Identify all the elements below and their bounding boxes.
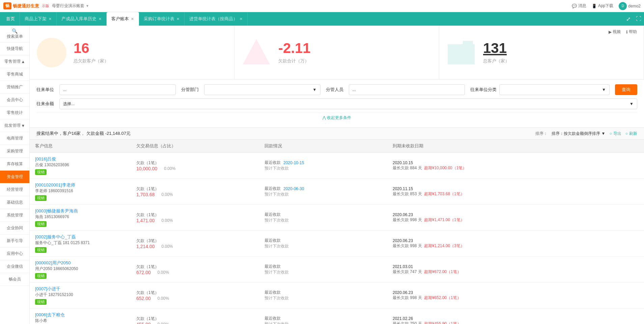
sidebar-item-marketing[interactable]: 营销推广: [0, 81, 29, 94]
view-btn[interactable]: ▶ 视频: [609, 29, 621, 35]
message-icon: 💬: [572, 4, 577, 8]
search-button[interactable]: 查询: [615, 84, 637, 95]
sidebar-item-search[interactable]: 🔍 搜索菜单: [0, 26, 29, 42]
tab-customer-account-close[interactable]: ✕: [131, 17, 134, 21]
overdue-days-0: 最长欠款 884 天: [393, 165, 422, 171]
debt-count-5: 欠款（1笔）: [136, 290, 254, 296]
table-container: 客户信息 欠交易信息（占比） 回款情况 到期未收款日期 [0016]吕俊 吕俊 …: [30, 140, 644, 324]
next-label-6: 预计下次收款: [264, 321, 382, 324]
sidebar-item-guide[interactable]: 新手引导: [0, 235, 29, 247]
results-amount: 欠款金额 -21,148.07元: [86, 131, 131, 136]
dept-select[interactable]: ▼: [204, 84, 320, 95]
overdue-amount-2[interactable]: 超期¥1,471.00（1笔）: [424, 217, 465, 223]
overdue-days-1: 最长欠款 853 天: [393, 191, 422, 197]
dept-label: 分管部门: [181, 87, 201, 93]
balance-select[interactable]: 选择... ▼: [59, 98, 637, 109]
brand-sub: 示版: [42, 3, 49, 8]
filter-area: 往来单位 ... 分管部门 ▼ 分管人员 ...: [30, 80, 644, 128]
unit-class-label: 往来单位分类: [470, 87, 497, 93]
customer-link-3[interactable]: [0002]服务中心_丁磊: [35, 234, 76, 239]
tab-goods[interactable]: 商品上下架 ✕: [20, 12, 57, 26]
sidebar-item-business[interactable]: 经营管理: [0, 183, 29, 196]
sort-select[interactable]: 排序：按欠款金额倒序排序 ▼: [552, 131, 606, 137]
stat-icon-2: [241, 37, 272, 68]
sidebar-item-member[interactable]: 会员中心: [0, 94, 29, 107]
overdue-amount-5[interactable]: 超期¥652.00（1笔）: [424, 295, 461, 301]
cell-debt-info-3: 欠款（3笔） 1,214.00 0.00%: [131, 231, 259, 257]
recent-label-6: 最近收款: [264, 316, 281, 321]
sidebar-item-basic-info[interactable]: 基础信息: [0, 196, 29, 209]
col-due-date: 到期未收款日期: [387, 140, 644, 153]
tab-home[interactable]: 首页: [1, 12, 20, 26]
tab-bar: 首页 商品上下架 ✕ 产成品入库单历史 ✕ 客户账本 ✕ 采购订单统计表 ✕ 进…: [0, 12, 644, 26]
customer-link-6[interactable]: [0006]去下粮仓: [35, 312, 65, 317]
filter-collapse-btn[interactable]: ⋀ 收起更多条件: [36, 113, 637, 123]
tab-product-history-close[interactable]: ✕: [99, 17, 102, 21]
sidebar-item-wechat[interactable]: 企业微信: [0, 260, 29, 273]
cell-due-date-2: 2020.06.23 最长欠款 998 天 超期¥1,471.00（1笔）: [387, 205, 644, 231]
customer-link-2[interactable]: [0003]畅捷服务尹海燕: [35, 208, 78, 213]
sidebar-item-retail-stats[interactable]: 零售统计: [0, 107, 29, 119]
customer-link-0[interactable]: [0016]吕俊: [35, 156, 56, 161]
sidebar-item-purchase[interactable]: 采购管理: [0, 145, 29, 158]
tab-product-history[interactable]: 产成品入库单历史 ✕: [57, 12, 107, 26]
message-btn[interactable]: 💬 消息: [572, 3, 586, 9]
sidebar-item-finance[interactable]: 资金管理: [0, 171, 29, 183]
tab-stock-stats-close[interactable]: ✕: [240, 17, 243, 21]
overdue-days-2: 最长欠款 998 天: [393, 217, 422, 223]
tab-fullscreen-btn[interactable]: ⛶: [635, 14, 643, 23]
stat-card-total-customers: 131 总客户（家） ▶ 视频 ℹ 帮助: [439, 26, 644, 79]
brand-logo: 畅 畅捷通好生意: [3, 2, 39, 9]
tab-restore-btn[interactable]: ⤢: [625, 14, 632, 24]
due-date-6: 2021.02.26: [393, 316, 639, 321]
stat-debt-customers-label: 总欠款客户（家）: [74, 58, 109, 64]
tab-purchase-order-close[interactable]: ✕: [176, 17, 179, 21]
store-selector[interactable]: 母婴行业演示账套 ▼: [52, 3, 89, 9]
sidebar-item-inventory[interactable]: 库存核算: [0, 158, 29, 171]
sidebar-item-vip[interactable]: 畅会员: [0, 273, 29, 286]
from-unit-dots: ...: [63, 87, 66, 92]
sort-dropdown-icon: ▼: [601, 131, 606, 136]
customer-link-5[interactable]: [0007]小进千: [35, 286, 60, 291]
filter-dept: 分管部门 ▼: [181, 84, 320, 95]
sidebar-item-enterprise-coop[interactable]: 企业协同: [0, 222, 29, 235]
person-input[interactable]: ...: [349, 84, 465, 95]
sidebar-item-ecommerce[interactable]: 电商管理: [0, 132, 29, 145]
overdue-amount-1[interactable]: 超期¥1,703.68（1笔）: [424, 191, 465, 197]
unit-class-select[interactable]: ▼: [499, 84, 610, 95]
filter-from-unit: 往来单位 ...: [36, 84, 176, 95]
tab-purchase-order[interactable]: 采购订单统计表 ✕: [139, 12, 185, 26]
help-btn[interactable]: ℹ 帮助: [626, 29, 637, 35]
sidebar-item-app-center[interactable]: 应用中心: [0, 247, 29, 260]
cell-debt-info-5: 欠款（1笔） 652.00 0.00%: [131, 283, 259, 308]
customer-phone-2: 海燕 18513066976: [35, 214, 125, 220]
debt-amount-0: 10,000.00: [136, 166, 157, 171]
debt-count-4: 欠款（1笔）: [136, 264, 254, 270]
overdue-amount-6[interactable]: 超期¥455.90（1笔）: [424, 321, 461, 324]
customer-phone-1: 李老师 18600391516: [35, 188, 125, 194]
app-download-btn[interactable]: 📱 App下载: [592, 3, 613, 9]
sidebar-item-quick-nav[interactable]: 快捷导航: [0, 42, 29, 55]
overdue-amount-0[interactable]: 超期¥10,000.00（1笔）: [424, 165, 467, 171]
overdue-amount-3[interactable]: 超期¥1,214.00（3笔）: [424, 243, 465, 249]
refresh-btn[interactable]: ○ 刷新: [625, 131, 637, 137]
overdue-amount-4[interactable]: 超期¥672.00（1笔）: [424, 269, 461, 275]
sidebar-item-batch-mgmt[interactable]: 批发管理 ▼: [0, 119, 29, 132]
sidebar-item-retail-store[interactable]: 零售商城: [0, 68, 29, 81]
tab-stock-stats[interactable]: 进货单统计表（按商品） ✕: [185, 12, 248, 26]
overdue-days-3: 最长欠款 998 天: [393, 243, 422, 249]
cell-due-date-5: 2020.06.23 最长欠款 998 天 超期¥652.00（1笔）: [387, 283, 644, 308]
sidebar-item-retail-mgmt[interactable]: 零售管理 ▲: [0, 55, 29, 68]
customer-link-4[interactable]: [000002]用户2050: [35, 260, 71, 265]
stat-total-customers-number: 131: [483, 41, 509, 55]
export-btn[interactable]: ○ 导出: [610, 131, 621, 137]
top-bar-right: 💬 消息 📱 App下载 D demo2: [572, 2, 641, 10]
sidebar-item-system[interactable]: 系统管理: [0, 209, 29, 222]
customer-link-1[interactable]: [0001020001]李老师: [35, 182, 75, 187]
from-unit-input[interactable]: ...: [59, 84, 176, 95]
tab-customer-account[interactable]: 客户账本 ✕: [107, 12, 139, 26]
user-avatar[interactable]: D demo2: [619, 2, 641, 10]
tab-goods-close[interactable]: ✕: [49, 17, 52, 21]
cell-due-date-6: 2021.02.26 最长欠款 750 天 超期¥455.90（1笔）: [387, 308, 644, 324]
stat-card-1-info: 16 总欠款客户（家）: [74, 41, 109, 64]
